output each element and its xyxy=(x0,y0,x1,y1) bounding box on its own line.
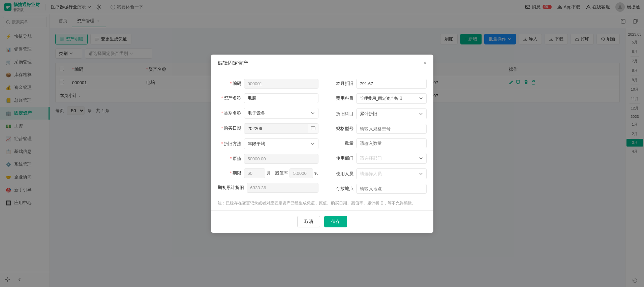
depreciation-method-select[interactable]: 年限平均 xyxy=(244,138,318,149)
code-label: *编码 xyxy=(218,81,241,87)
modal-title: 编辑固定资产 xyxy=(218,60,248,66)
category-value: 电子设备 xyxy=(248,110,265,116)
original-value-label: *原值 xyxy=(218,156,241,162)
period-label: *期限 xyxy=(218,170,241,176)
purchase-date-input[interactable] xyxy=(244,123,318,134)
modal-footer: 取消 保存 xyxy=(211,210,433,233)
asset-name-input[interactable] xyxy=(244,93,318,103)
save-button[interactable]: 保存 xyxy=(324,216,347,227)
department-select[interactable]: 请选择部门 xyxy=(356,153,427,164)
location-input[interactable] xyxy=(356,184,427,194)
expense-subject-select[interactable]: 管理费用_固定资产折旧 xyxy=(356,93,427,104)
modal-note: 注：已经存在变更记录或者对应固定资产已经生成凭证，原值、购买日期、残值率、累计折… xyxy=(211,200,433,210)
category-label: *类别名称 xyxy=(218,110,241,116)
residual-rate-input[interactable] xyxy=(289,168,313,178)
expense-subject-label: 费用科目 xyxy=(327,95,354,101)
depreciation-subject-value: 累计折旧 xyxy=(360,111,377,117)
residual-rate-label: 残值率 xyxy=(275,170,288,176)
spec-label: 规格型号 xyxy=(327,126,354,132)
monthly-depreciation-input xyxy=(356,79,427,89)
depreciation-subject-label: 折旧科目 xyxy=(327,111,354,117)
purchase-date-label: *购买日期 xyxy=(218,125,241,131)
expense-subject-value: 管理费用_固定资产折旧 xyxy=(360,96,403,101)
user-label: 使用人员 xyxy=(327,171,354,177)
calendar-icon[interactable] xyxy=(308,124,318,133)
period-unit: 月 xyxy=(267,170,271,176)
user-select[interactable]: 请选择人员 xyxy=(356,168,427,179)
edit-asset-modal: 编辑固定资产 × *编码 *资产名称 xyxy=(211,55,433,233)
depreciation-method-value: 年限平均 xyxy=(248,141,265,147)
residual-rate-unit: % xyxy=(314,171,318,176)
depreciation-subject-select[interactable]: 累计折旧 xyxy=(356,108,427,119)
cancel-button[interactable]: 取消 xyxy=(297,216,320,227)
modal-close-button[interactable]: × xyxy=(423,60,426,66)
department-label: 使用部门 xyxy=(327,155,354,161)
svg-rect-19 xyxy=(311,126,315,130)
modal-header: 编辑固定资产 × xyxy=(211,55,433,72)
modal-body: *编码 *资产名称 *类别名称 电子设备 xyxy=(211,72,433,200)
quantity-label: 数量 xyxy=(327,140,354,146)
original-value-input[interactable] xyxy=(244,154,318,164)
quantity-input[interactable] xyxy=(356,138,427,148)
user-placeholder: 请选择人员 xyxy=(360,171,382,177)
modal-overlay: 编辑固定资产 × *编码 *资产名称 xyxy=(0,0,644,287)
initial-depreciation-label: 期初累计折旧 xyxy=(218,185,244,191)
asset-name-label: *资产名称 xyxy=(218,95,241,101)
category-select[interactable]: 电子设备 xyxy=(244,108,318,119)
note-text: 注：已经存在变更记录或者对应固定资产已经生成凭证，原值、购买日期、残值率、累计折… xyxy=(218,201,416,205)
code-input[interactable] xyxy=(244,79,318,89)
period-input[interactable] xyxy=(244,168,265,178)
initial-depreciation-input[interactable] xyxy=(247,183,318,193)
department-placeholder: 请选择部门 xyxy=(360,155,382,161)
spec-input[interactable] xyxy=(356,124,427,134)
location-label: 存放地点 xyxy=(327,186,354,192)
monthly-depreciation-label: 本月折旧 xyxy=(327,81,354,87)
depreciation-method-label: *折旧方法 xyxy=(218,141,241,147)
